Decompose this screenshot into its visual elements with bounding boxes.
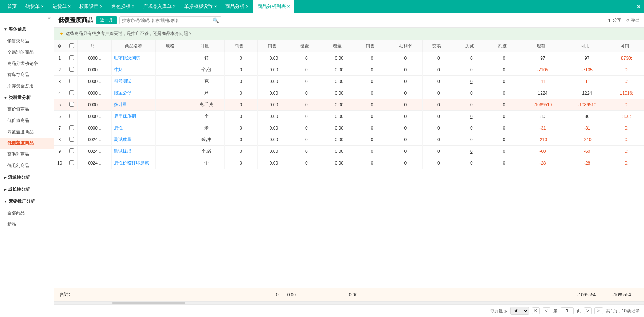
sidebar-section-cluster[interactable]: ▼ 类群量分析 [0,92,54,104]
search-input[interactable] [122,18,213,23]
row-name[interactable]: 旺辅批次测试 [112,52,156,64]
th-sales3: 销售... [356,40,388,52]
sidebar-item-category-rate[interactable]: 商品分类动销率 [0,58,54,69]
row-browse1[interactable]: 0 [455,76,488,87]
sidebar-item-stock-capital[interactable]: 库存资金占用 [0,80,54,92]
row-browse1[interactable]: 0 [455,64,488,76]
row-checkbox-cell[interactable] [66,76,77,87]
nav-item-analysis-list[interactable]: 商品分析列表 × [253,0,294,13]
row-browse1[interactable]: 0 [455,134,488,146]
row-checkbox-cell[interactable] [66,64,77,76]
row-checkbox[interactable] [69,79,74,83]
nav-item-sales[interactable]: 销货单 × [21,0,48,13]
sidebar-section-flow[interactable]: ▶ 流通性分析 [0,171,54,183]
row-checkbox[interactable] [69,137,74,142]
row-browse1[interactable]: 0 [455,52,488,64]
first-page-btn[interactable]: K [532,307,540,314]
current-page-input[interactable] [561,307,574,314]
per-page-select[interactable]: 50 20 100 [510,307,529,315]
sidebar-item-low-profit[interactable]: 低毛利商品 [0,160,54,171]
row-checkbox-cell[interactable] [66,122,77,134]
row-stock2: 97 [565,52,609,64]
row-sales3: 0 [356,87,388,99]
row-browse2: 0 [488,122,521,134]
row-name[interactable]: 符号测试 [112,76,156,87]
sidebar-collapse-btn[interactable]: « [48,15,51,21]
th-sales2: 销售... [258,40,290,52]
prev-page-btn[interactable]: < [543,307,550,314]
nav-item-analysis[interactable]: 商品分析 × [221,0,253,13]
row-checkbox-cell[interactable] [66,99,77,111]
sidebar-section-marketing[interactable]: ▼ 营销推广分析 [0,195,54,207]
row-browse1[interactable]: 0 [455,157,488,169]
row-checkbox-cell[interactable] [66,134,77,146]
export-button[interactable]: ↻ 导出 [626,17,640,23]
sidebar-item-high-coverage[interactable]: 高覆盖度商品 [0,126,54,138]
row-browse1[interactable]: 0 [455,111,488,122]
row-checkbox[interactable] [69,125,74,130]
last-page-btn[interactable]: >| [594,307,603,314]
sidebar-item-traded-products[interactable]: 交易过的商品 [0,47,54,58]
window-close-icon[interactable]: ✕ [636,3,641,10]
next-page-btn[interactable]: > [584,307,592,314]
row-name[interactable]: 眼宝公仔 [112,87,156,99]
sidebar-item-low-value[interactable]: 低价值商品 [0,115,54,126]
row-name[interactable]: 属性价格打印测试 [112,157,156,169]
settings-icon[interactable]: ⚙ [58,44,62,49]
row-checkbox[interactable] [69,90,74,95]
row-stock3: 0: [609,64,644,76]
row-name[interactable]: 启用保质期 [112,111,156,122]
row-browse1[interactable]: 0 [455,99,488,111]
sidebar-item-sales-products[interactable]: 销售类商品 [0,35,54,47]
row-name[interactable]: 属性 [112,122,156,134]
nav-item-purchase[interactable]: 进货单 × [48,0,75,13]
nav-item-home[interactable]: 首页 [3,0,21,13]
table-container[interactable]: ⚙ 商... 商品名称 规格... 计量... 销售... 销售... 覆盖..… [54,40,644,288]
select-all-checkbox[interactable] [69,43,74,48]
sidebar-item-high-value[interactable]: 高价值商品 [0,104,54,115]
share-button[interactable]: ⬆ 分享 [608,17,621,23]
row-checkbox[interactable] [69,102,74,107]
sidebar-item-new-products[interactable]: 新品 [0,219,54,230]
row-checkbox-cell[interactable] [66,157,77,169]
sidebar-item-high-profit[interactable]: 高毛利商品 [0,149,54,160]
row-name[interactable]: 测试提成 [112,146,156,157]
th-settings[interactable]: ⚙ [54,40,66,52]
sidebar-section-overall[interactable]: ▼ 整体信息 [0,23,54,35]
row-checkbox[interactable] [69,160,74,165]
row-code: 0024... [77,134,112,146]
row-browse1[interactable]: 0 [455,146,488,157]
row-checkbox-cell[interactable] [66,87,77,99]
row-num: 7 [54,122,66,134]
row-checkbox-cell[interactable] [66,146,77,157]
row-checkbox[interactable] [69,55,74,60]
nav-item-roles[interactable]: 角色授权 × [107,0,139,13]
row-browse1[interactable]: 0 [455,122,488,134]
search-icon[interactable]: 🔍 [213,17,219,23]
row-browse1[interactable]: 0 [455,87,488,99]
sidebar-item-all-products[interactable]: 全部商品 [0,207,54,219]
row-checkbox[interactable] [69,148,74,153]
row-checkbox-cell[interactable] [66,111,77,122]
nav-item-production[interactable]: 产成品入库单 × [139,0,180,13]
nav-item-permissions[interactable]: 权限设置 × [75,0,107,13]
nav-item-template[interactable]: 单据模板设置 × [180,0,221,13]
sidebar-section-growth[interactable]: ▶ 成长性分析 [0,183,54,195]
row-cover2: 0.00 [323,52,356,64]
row-checkbox[interactable] [69,114,74,118]
row-num: 4 [54,87,66,99]
row-sales1: 0 [225,111,258,122]
scroll-thumb[interactable] [112,302,185,304]
period-button[interactable]: 近一月 [96,16,117,24]
row-spec [156,134,188,146]
sidebar-item-low-coverage[interactable]: 低覆盖度商品 [0,138,54,149]
row-name[interactable]: 牛奶 [112,64,156,76]
row-checkbox-cell[interactable] [66,52,77,64]
row-name[interactable]: 多计量 [112,99,156,111]
sidebar-item-stock-products[interactable]: 有库存商品 [0,69,54,80]
scroll-bar[interactable] [54,301,644,304]
row-checkbox[interactable] [69,67,74,72]
th-checkbox[interactable] [66,40,77,52]
table-row: 4 0000... 眼宝公仔 只 0 0.00 0 0.00 0 0 0 0 0… [54,87,644,99]
row-name[interactable]: 测试数量 [112,134,156,146]
